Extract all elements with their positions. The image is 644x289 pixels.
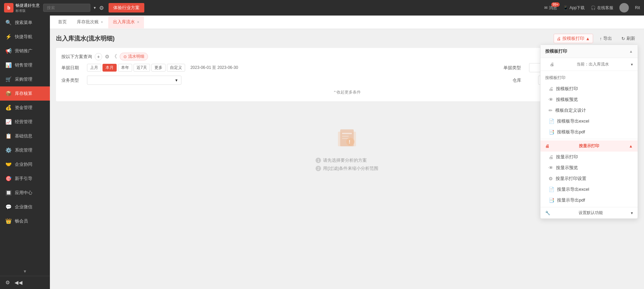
header-search-input[interactable] xyxy=(43,4,90,12)
main-layout: 🔍 搜索菜单 ⚡ 快捷导航 📢 营销推广 📊 销售管理 🛒 采购管理 📦 库存核… xyxy=(0,16,644,289)
tab-close-inout_flow[interactable]: × xyxy=(137,20,139,24)
display-export-pdf-item[interactable]: 📑 按显示导出pdf xyxy=(540,195,638,206)
app-name-area: 畅捷通好生意 标准版 xyxy=(16,3,40,13)
display-print-settings-item[interactable]: ⚙ 按显示打印设置 xyxy=(540,173,638,184)
display-excel-icon: 📄 xyxy=(549,187,554,192)
app-download-item[interactable]: 📱 App下载 xyxy=(563,5,585,11)
app-version: 标准版 xyxy=(16,8,40,13)
chevron-up-icon: ⌃ xyxy=(333,90,336,95)
template-design-item[interactable]: ✏ 模板自定义设计 xyxy=(540,105,638,116)
display-print-item[interactable]: 🖨 按显示打印 xyxy=(540,152,638,162)
user-avatar[interactable] xyxy=(619,3,629,12)
dropdown-close-icon[interactable]: ▲ xyxy=(629,49,633,53)
online-service-item[interactable]: 🎧 在线客服 xyxy=(591,5,613,11)
trial-button[interactable]: 体验行业方案 xyxy=(109,3,144,12)
template-print-icon: 🖨 xyxy=(549,86,553,91)
template-design-icon: ✏ xyxy=(549,108,553,113)
collapse-label: 收起更多条件 xyxy=(336,89,361,95)
page-title: 出入库流水(流水明细) xyxy=(56,34,115,43)
filter-tag-icon: ⊙ xyxy=(123,54,127,59)
display-preview-item[interactable]: 👁 按显示预览 xyxy=(540,162,638,173)
refresh-button[interactable]: ↻ 刷新 xyxy=(619,34,638,43)
sidebar-item-inventory[interactable]: 📦 库存核算 xyxy=(0,86,50,101)
sidebar-label-sales: 销售管理 xyxy=(15,62,32,68)
quicknav-icon: ⚡ xyxy=(5,34,11,40)
date-this-year-btn[interactable]: 本年 xyxy=(118,64,132,72)
date-last-month-btn[interactable]: 上月 xyxy=(87,64,101,72)
set-default-chevron-icon: ▾ xyxy=(631,211,633,215)
search-icon: 🔍 xyxy=(5,20,11,26)
display-export-pdf-label: 按显示导出pdf xyxy=(557,197,585,203)
settings-icon[interactable]: ⚙ xyxy=(5,280,10,286)
sidebar-item-wechat[interactable]: 💬 企业微信 xyxy=(0,200,50,214)
template-section-header[interactable]: 按模板打印 xyxy=(540,72,638,83)
current-chevron-icon[interactable]: ▾ xyxy=(631,62,633,67)
scroll-down-icon[interactable]: ▼ xyxy=(23,269,27,274)
sidebar-item-marketing[interactable]: 📢 营销推广 xyxy=(0,44,50,58)
display-preview-icon: 👁 xyxy=(549,165,553,170)
filter-tag: ⊙ 流水明细 xyxy=(120,53,148,60)
svg-rect-3 xyxy=(342,136,349,137)
date-custom-btn[interactable]: 自定义 xyxy=(167,64,185,72)
tab-batch_account[interactable]: 库存批次账× xyxy=(72,16,108,28)
display-pdf-icon: 📑 xyxy=(549,198,554,203)
sidebar-item-finance[interactable]: 💰 资金管理 xyxy=(0,101,50,115)
sidebar-item-member[interactable]: 👑 畅会员 xyxy=(0,214,50,228)
message-item[interactable]: ✉ 消息 99+ xyxy=(544,5,557,11)
date-7days-btn[interactable]: 近7天 xyxy=(134,64,150,72)
sidebar-item-purchase[interactable]: 🛒 采购管理 xyxy=(0,72,50,86)
display-section-header[interactable]: 🖨 按显示打印 ▲ xyxy=(540,140,638,152)
collapse-sidebar-icon[interactable]: ◀◀ xyxy=(14,280,23,286)
template-export-pdf-label: 按模板导出pdf xyxy=(557,129,585,135)
sidebar-item-sales[interactable]: 📊 销售管理 xyxy=(0,58,50,72)
sidebar-item-guide[interactable]: 🎯 新手引导 xyxy=(0,172,50,186)
display-export-excel-item[interactable]: 📄 按显示导出excel xyxy=(540,184,638,195)
template-excel-icon: 📄 xyxy=(549,119,554,124)
template-preview-item[interactable]: 👁 按模板预览 xyxy=(540,94,638,105)
template-export-excel-item[interactable]: 📄 按模板导出excel xyxy=(540,116,638,127)
sidebar-item-quicknav[interactable]: ⚡ 快捷导航 xyxy=(0,30,50,44)
date-more-btn[interactable]: 更多 xyxy=(151,64,166,72)
page-actions: 🖨 按模板打印 ▲ ↑ 导出 ↻ 刷新 按模 xyxy=(554,34,638,43)
filter-gear-icon[interactable]: ⚙ xyxy=(105,54,109,60)
empty-tips: 1 请先选择要分析的方案 2 用[过滤]条件来缩小分析范围 xyxy=(316,157,378,174)
template-export-pdf-item[interactable]: 📑 按模板导出pdf xyxy=(540,127,638,137)
print-template-button[interactable]: 🖨 按模板打印 ▲ xyxy=(554,34,593,43)
tab-home[interactable]: 首页 xyxy=(53,16,71,28)
export-button[interactable]: ↑ 导出 xyxy=(597,34,615,43)
display-preview-label: 按显示预览 xyxy=(556,165,578,171)
refresh-label: 刷新 xyxy=(626,35,635,42)
sidebar-item-system[interactable]: ⚙️ 系统管理 xyxy=(0,143,50,157)
display-settings-icon: ⚙ xyxy=(549,176,553,181)
sidebar-bottom: ⚙ ◀◀ xyxy=(0,276,50,289)
header-dropdown-button[interactable]: ▾ xyxy=(94,5,96,10)
sidebar-item-basic[interactable]: 📋 基础信息 xyxy=(0,129,50,143)
filter-collapse-icon[interactable]: 《 xyxy=(112,53,117,60)
set-default-section[interactable]: 🔧 设置默认功能 ▾ xyxy=(540,207,638,218)
template-print-item[interactable]: 🖨 按模板打印 xyxy=(540,83,638,94)
basic-icon: 📋 xyxy=(5,133,11,139)
dropdown-title: 按模板打印 xyxy=(545,48,567,54)
sidebar-item-appstore[interactable]: 🔲 应用中心 xyxy=(0,186,50,200)
marketing-icon: 📢 xyxy=(5,48,11,54)
tab-close-batch_account[interactable]: × xyxy=(101,20,103,24)
add-filter-button[interactable]: + xyxy=(95,53,102,60)
sidebar-scroll: 🔍 搜索菜单 ⚡ 快捷导航 📢 营销推广 📊 销售管理 🛒 采购管理 📦 库存核… xyxy=(0,16,50,267)
biz-type-select[interactable]: ▾ xyxy=(87,76,181,85)
biz-type-chevron-icon: ▾ xyxy=(175,78,178,83)
dropdown-header: 按模板打印 ▲ xyxy=(540,45,638,58)
member-icon: 👑 xyxy=(5,218,11,224)
tip-num-1: 1 xyxy=(316,158,321,163)
biz-type-label: 业务类型 xyxy=(61,77,82,83)
date-this-month-btn[interactable]: 本月 xyxy=(103,64,117,72)
sidebar-item-corp[interactable]: 🤝 企业协同 xyxy=(0,157,50,172)
sidebar-item-search[interactable]: 🔍 搜索菜单 xyxy=(0,16,50,30)
svg-text:!: ! xyxy=(349,139,350,144)
tab-inout_flow[interactable]: 出入库流水× xyxy=(108,16,144,28)
export-icon: ↑ xyxy=(600,36,602,41)
display-export-excel-label: 按显示导出excel xyxy=(557,186,589,192)
message-badge: 99+ xyxy=(551,2,560,7)
header-gear-icon[interactable]: ⚙ xyxy=(99,5,104,11)
display-print-label: 按显示打印 xyxy=(556,154,578,160)
sidebar-item-operations[interactable]: 📈 经营管理 xyxy=(0,115,50,129)
